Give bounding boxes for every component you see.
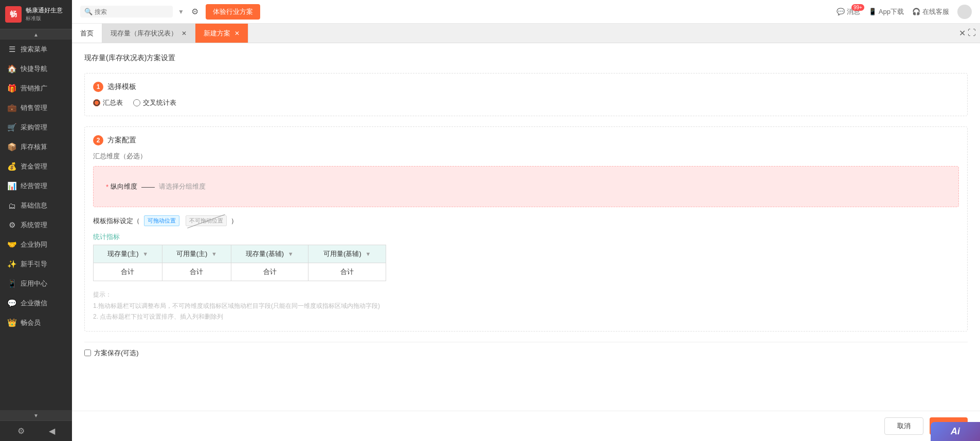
sidebar-item-label: 经营管理 <box>21 181 47 191</box>
col4-dropdown-icon[interactable]: ▼ <box>365 251 371 257</box>
radio-crosstab[interactable]: 交叉统计表 <box>133 98 176 107</box>
tab-new-plan[interactable]: 新建方案 ✕ <box>195 24 248 43</box>
tab-home[interactable]: 首页 <box>72 24 102 43</box>
dim-highlight-area[interactable]: * 纵向维度 —— 请选择分组维度 <box>93 166 959 207</box>
sidebar: 畅 畅康通好生意 标准版 ▲ ☰ 搜索菜单 🏠 快捷导航 🎁 营销推广 💼 销售… <box>0 0 72 441</box>
marketing-icon: 🎁 <box>7 84 16 93</box>
sales-icon: 💼 <box>7 103 16 113</box>
sidebar-item-search-menu[interactable]: ☰ 搜索菜单 <box>0 40 72 59</box>
app-download-item[interactable]: 📱 App下载 <box>868 7 904 16</box>
save-option: 方案保存(可选) <box>84 342 968 358</box>
tab-maximize-icon[interactable]: ⛶ <box>968 28 976 38</box>
section-1-title: 选择模板 <box>107 82 136 91</box>
sidebar-scroll-up[interactable]: ▲ <box>0 29 72 40</box>
page-content: 现存量(库存状况表)方案设置 1 选择模板 汇总表 交叉统计表 2 <box>72 43 980 411</box>
sidebar-scroll-down[interactable]: ▼ <box>0 410 72 420</box>
radio-summary-input[interactable] <box>93 99 100 106</box>
tab-expand-controls: ✕ ⛶ <box>959 28 980 38</box>
phone-icon: 📱 <box>868 8 877 15</box>
sys-icon: ⚙ <box>7 220 16 230</box>
user-avatar[interactable] <box>957 5 972 19</box>
tab-inventory-status[interactable]: 现存量（库存状况表） ✕ <box>102 24 195 43</box>
sidebar-item-corp-wechat[interactable]: 💬 企业微信 <box>0 293 72 313</box>
topbar-settings-icon[interactable]: ⚙ <box>191 7 198 16</box>
sidebar-item-corp-collab[interactable]: 🤝 企业协同 <box>0 235 72 254</box>
purchase-icon: 🛒 <box>7 123 16 132</box>
col2-dropdown-icon[interactable]: ▼ <box>211 251 217 257</box>
sidebar-item-marketing[interactable]: 🎁 营销推广 <box>0 79 72 98</box>
sidebar-item-label: 应用中心 <box>21 279 47 288</box>
sidebar-item-sales[interactable]: 💼 销售管理 <box>0 98 72 118</box>
summary-dim-area: 汇总维度（必选） <box>93 152 959 161</box>
sidebar-item-finance[interactable]: 💰 资金管理 <box>0 157 72 176</box>
messages-item[interactable]: 💬 消息 99+ <box>837 7 860 16</box>
col-header-2[interactable]: 可用量(主) ▼ <box>162 245 231 263</box>
sidebar-item-sys[interactable]: ⚙ 系统管理 <box>0 215 72 235</box>
sidebar-item-quick-nav[interactable]: 🏠 快捷导航 <box>0 59 72 79</box>
tab-new-plan-close-icon[interactable]: ✕ <box>234 30 240 37</box>
topbar-search[interactable]: 🔍 <box>80 6 173 17</box>
section-2-header: 2 方案配置 <box>93 135 959 145</box>
col3-dropdown-icon[interactable]: ▼ <box>288 251 294 257</box>
radio-summary[interactable]: 汇总表 <box>93 98 123 107</box>
sidebar-item-new-guide[interactable]: ✨ 新手引导 <box>0 254 72 274</box>
save-checkbox[interactable] <box>84 350 91 356</box>
table-row: 合计 合计 合计 合计 <box>94 263 386 281</box>
stats-table: 现存量(主) ▼ 可用量(主) ▼ 现存量(基辅) ▼ 可用量(基辅) <box>93 245 386 281</box>
collapse-icon[interactable]: ◀ <box>49 426 55 436</box>
settings-bottom-icon[interactable]: ⚙ <box>17 426 25 436</box>
sidebar-item-app-center[interactable]: 📱 应用中心 <box>0 274 72 293</box>
search-dropdown-icon[interactable]: ▼ <box>178 8 184 15</box>
col-header-4[interactable]: 可用量(基辅) ▼ <box>308 245 386 263</box>
sidebar-nav: ☰ 搜索菜单 🏠 快捷导航 🎁 营销推广 💼 销售管理 🛒 采购管理 📦 库存核… <box>0 40 72 410</box>
sidebar-bottom: ⚙ ◀ <box>0 420 72 441</box>
logo-text: 畅康通好生意 标准版 <box>26 7 63 22</box>
section-2-num: 2 <box>93 135 103 145</box>
trial-button[interactable]: 体验行业方案 <box>206 4 260 20</box>
logo-icon: 畅 <box>5 6 22 23</box>
baseinfo-icon: 🗂 <box>7 201 16 210</box>
dim-dash: —— <box>141 183 155 191</box>
col-header-1[interactable]: 现存量(主) ▼ <box>94 245 162 263</box>
section-2: 2 方案配置 汇总维度（必选） * 纵向维度 —— 请选择分组维度 模板指标设定… <box>84 126 968 332</box>
tab-inventory-close-icon[interactable]: ✕ <box>182 30 187 37</box>
sidebar-item-label: 库存核算 <box>21 142 47 152</box>
search-input[interactable] <box>95 8 169 15</box>
sidebar-item-label: 销售管理 <box>21 103 47 113</box>
cell-3: 合计 <box>231 263 308 281</box>
save-option-label: 方案保存(可选) <box>94 348 139 358</box>
radio-crosstab-label: 交叉统计表 <box>143 98 176 107</box>
col1-dropdown-icon[interactable]: ▼ <box>142 251 148 257</box>
sidebar-item-vip[interactable]: 👑 畅会员 <box>0 313 72 333</box>
app-center-icon: 📱 <box>7 279 16 288</box>
ai-badge: Ai <box>931 422 980 441</box>
cancel-button[interactable]: 取消 <box>884 417 923 435</box>
sidebar-item-baseinfo[interactable]: 🗂 基础信息 <box>0 196 72 215</box>
non-draggable-badge: 不可拖动位置 <box>186 215 227 226</box>
tab-minimize-icon[interactable]: ✕ <box>959 28 966 38</box>
sidebar-item-label: 快捷导航 <box>21 64 47 74</box>
radio-summary-label: 汇总表 <box>103 98 123 107</box>
draggable-badge: 可拖动位置 <box>144 215 179 226</box>
corp-collab-icon: 🤝 <box>7 240 16 249</box>
finance-icon: 💰 <box>7 162 16 171</box>
sidebar-item-label: 系统管理 <box>21 220 47 230</box>
sidebar-item-label: 基础信息 <box>21 201 47 210</box>
sidebar-item-inventory[interactable]: 📦 库存核算 <box>0 137 72 157</box>
tab-home-label: 首页 <box>80 29 94 38</box>
sidebar-item-operations[interactable]: 📊 经营管理 <box>0 176 72 196</box>
col-header-3[interactable]: 现存量(基辅) ▼ <box>231 245 308 263</box>
cell-1: 合计 <box>94 263 162 281</box>
sidebar-item-label: 畅会员 <box>21 318 41 327</box>
online-service-item[interactable]: 🎧 在线客服 <box>912 7 949 16</box>
sidebar-logo: 畅 畅康通好生意 标准版 <box>0 0 72 29</box>
template-indicator: 模板指标设定（ 可拖动位置 不可拖动位置 ） <box>93 215 959 226</box>
tips-title: 提示： <box>93 291 112 298</box>
cell-4: 合计 <box>308 263 386 281</box>
sidebar-item-label: 资金管理 <box>21 162 47 171</box>
operations-icon: 📊 <box>7 181 16 191</box>
radio-crosstab-input[interactable] <box>133 99 140 106</box>
template-indicator-prefix: 模板指标设定（ <box>93 216 140 226</box>
sidebar-item-purchase[interactable]: 🛒 采购管理 <box>0 118 72 137</box>
tab-inventory-label: 现存量（库存状况表） <box>111 29 177 38</box>
